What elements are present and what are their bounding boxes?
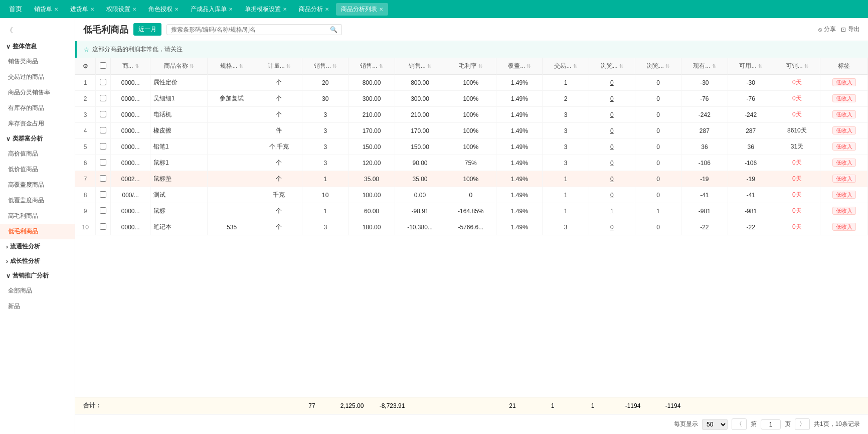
row-view1[interactable]: 0 (589, 155, 635, 171)
col-tag[interactable]: 标签 (820, 58, 868, 75)
row-stock2: 36 (728, 139, 774, 155)
sidebar-item-traded-products[interactable]: 交易过的商品 (0, 69, 75, 85)
nav-permissions[interactable]: 权限设置 ✕ (101, 3, 141, 16)
nav-close-sales[interactable]: ✕ (54, 7, 58, 12)
row-view1[interactable]: 0 (589, 75, 635, 91)
row-checkbox[interactable] (96, 75, 111, 91)
sidebar-item-all-products[interactable]: 全部商品 (0, 283, 75, 299)
sidebar-item-low-coverage[interactable]: 低覆盖度商品 (0, 193, 75, 208)
sidebar-item-high-coverage[interactable]: 高覆盖度商品 (0, 177, 75, 193)
nav-home[interactable]: 首页 (4, 3, 27, 16)
nav-close-product-entry[interactable]: ✕ (229, 7, 233, 12)
row-view1[interactable]: 0 (589, 219, 635, 235)
col-sale1[interactable]: 销售... ⇅ (302, 58, 349, 75)
row-view1[interactable]: 1 (589, 203, 635, 219)
col-cover[interactable]: 覆盖... ⇅ (496, 58, 543, 75)
sidebar-item-high-value[interactable]: 高价值商品 (0, 146, 75, 162)
sidebar-collapse-btn[interactable]: 《 (4, 24, 15, 37)
col-days[interactable]: 可销... ⇅ (774, 58, 820, 75)
col-view1[interactable]: 浏览... ⇅ (589, 58, 635, 75)
nav-sales[interactable]: 销货单 ✕ (29, 3, 63, 16)
nav-close-analysis-list[interactable]: ✕ (379, 7, 383, 12)
row-sale2: 150.00 (349, 139, 395, 155)
sidebar-item-stocked-products[interactable]: 有库存的商品 (0, 100, 75, 116)
export-btn[interactable]: ⊡ 导出 (841, 25, 860, 34)
row-days: 0天 (774, 107, 820, 123)
row-code: 0000... (111, 139, 150, 155)
page-input[interactable] (761, 419, 781, 429)
row-code: 000/... (111, 187, 150, 203)
row-checkbox[interactable] (96, 171, 111, 187)
nav-template[interactable]: 单据模板设置 ✕ (240, 3, 292, 16)
col-view2[interactable]: 浏览... ⇅ (635, 58, 681, 75)
row-tag: 低收入 (820, 171, 868, 187)
col-sale3[interactable]: 销售... ⇅ (395, 58, 445, 75)
nav-close-analysis[interactable]: ✕ (325, 7, 329, 12)
row-view1[interactable]: 0 (589, 91, 635, 107)
row-view1[interactable]: 0 (589, 171, 635, 187)
col-name[interactable]: 商品名称 ⇅ (150, 58, 207, 75)
sidebar-group-overall[interactable]: ∨ 整体信息 (0, 39, 75, 54)
nav-roles[interactable]: 角色授权 ✕ (143, 3, 184, 16)
row-checkbox[interactable] (96, 123, 111, 139)
row-trade: 1 (543, 203, 589, 219)
nav-analysis-list[interactable]: 商品分析列表 ✕ (336, 3, 388, 16)
row-view1[interactable]: 0 (589, 123, 635, 139)
footer-stock2: -1194 (653, 402, 693, 409)
row-view2: 0 (635, 75, 681, 91)
prev-page-btn[interactable]: 〈 (732, 418, 747, 430)
col-gross[interactable]: 毛利率 ⇅ (445, 58, 496, 75)
col-spec[interactable]: 规格... ⇅ (208, 58, 256, 75)
select-all-checkbox[interactable] (100, 62, 106, 69)
row-checkbox[interactable] (96, 107, 111, 123)
row-checkbox[interactable] (96, 91, 111, 107)
row-checkbox[interactable] (96, 187, 111, 203)
sidebar-item-high-margin[interactable]: 高毛利商品 (0, 208, 75, 224)
sidebar-group-liquidity[interactable]: › 流通性分析 (0, 239, 75, 254)
tag-badge: 低收入 (832, 142, 856, 151)
col-sale2[interactable]: 销售... ⇅ (349, 58, 395, 75)
col-trade[interactable]: 交易... ⇅ (543, 58, 589, 75)
sidebar-item-sales-products[interactable]: 销售类商品 (0, 54, 75, 69)
next-page-btn[interactable]: 〉 (795, 418, 810, 430)
col-unit[interactable]: 计量... ⇅ (256, 58, 302, 75)
nav-close-template[interactable]: ✕ (283, 7, 287, 12)
col-stock2[interactable]: 可用... ⇅ (728, 58, 774, 75)
col-settings[interactable]: ⚙ (75, 58, 96, 75)
search-input[interactable] (171, 26, 330, 33)
sidebar-item-stock-capital[interactable]: 库存资金占用 (0, 116, 75, 131)
search-icon[interactable]: 🔍 (330, 26, 337, 33)
row-view1[interactable]: 0 (589, 187, 635, 203)
sidebar-group-growth[interactable]: › 成长性分析 (0, 254, 75, 268)
row-checkbox[interactable] (96, 203, 111, 219)
nav-analysis[interactable]: 商品分析 ✕ (294, 3, 334, 16)
search-box[interactable]: 🔍 (166, 24, 342, 35)
row-sale3: 210.00 (395, 107, 445, 123)
sidebar-item-low-margin[interactable]: 低毛利商品 (0, 224, 75, 239)
col-stock1[interactable]: 现有... ⇅ (681, 58, 728, 75)
col-code[interactable]: 商... ⇅ (111, 58, 150, 75)
nav-close-purchase[interactable]: ✕ (90, 7, 94, 12)
row-checkbox[interactable] (96, 219, 111, 235)
row-view1[interactable]: 0 (589, 107, 635, 123)
row-stock1: -106 (681, 155, 728, 171)
nav-close-permissions[interactable]: ✕ (132, 7, 136, 12)
sidebar-group-marketing[interactable]: ∨ 营销推广分析 (0, 268, 75, 283)
date-filter-btn[interactable]: 近一月 (133, 23, 161, 36)
row-cover: 1.49% (496, 155, 543, 171)
share-btn[interactable]: ⎋ 分享 (818, 25, 836, 34)
row-view1[interactable]: 0 (589, 139, 635, 155)
nav-product-entry[interactable]: 产成品入库单 ✕ (186, 3, 238, 16)
sidebar-item-new-products[interactable]: 新品 (0, 299, 75, 314)
row-checkbox[interactable] (96, 139, 111, 155)
nav-close-roles[interactable]: ✕ (175, 7, 179, 12)
per-page-select[interactable]: 50 100 200 (702, 419, 728, 430)
sidebar-group-clustering[interactable]: ∨ 类群富分析 (0, 131, 75, 146)
sidebar-item-category-sales-rate[interactable]: 商品分类销售率 (0, 85, 75, 100)
row-checkbox[interactable] (96, 155, 111, 171)
row-unit: 个 (256, 203, 302, 219)
sidebar-item-low-value[interactable]: 低价值商品 (0, 162, 75, 177)
row-spec (208, 155, 256, 171)
col-checkbox[interactable] (96, 58, 111, 75)
nav-purchase[interactable]: 进货单 ✕ (65, 3, 99, 16)
